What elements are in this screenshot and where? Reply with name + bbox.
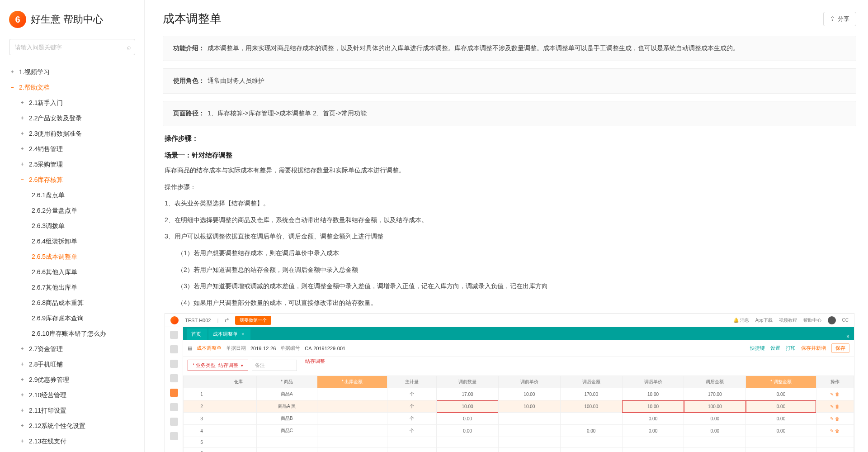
nav-item[interactable]: 2.14常见问题: [19, 449, 135, 452]
page-header: 成本调整单 ⇪ 分享: [163, 11, 856, 27]
nav-item[interactable]: 2.9优惠券管理: [19, 372, 135, 387]
nav-item[interactable]: 2.3使用前数据准备: [19, 126, 135, 141]
nav-leaf[interactable]: 2.6.3调拨单: [32, 218, 135, 233]
nav-item[interactable]: 2.7资金管理: [19, 341, 135, 357]
plus-icon: [19, 346, 25, 352]
nav-item[interactable]: 2.1新手入门: [19, 95, 135, 110]
rail-icon[interactable]: [170, 374, 178, 382]
path-label: 页面路径：: [173, 109, 205, 117]
rail-icon[interactable]: [170, 418, 178, 426]
rail-icon[interactable]: [170, 360, 178, 368]
mock-link-msg[interactable]: 🔔 消息: [733, 317, 749, 324]
nav-label: 2.5采购管理: [29, 157, 63, 172]
mock-logo-icon: [170, 316, 179, 324]
nav-item[interactable]: 2.4销售管理: [19, 141, 135, 157]
nav-leaf[interactable]: 2.6.4组装拆卸单: [32, 233, 135, 249]
mock-col-header: * 出库金额: [317, 376, 387, 388]
rail-icon[interactable]: [170, 331, 178, 339]
nav-label: 2.8手机旺铺: [29, 357, 63, 372]
table-row[interactable]: 2商品A 黑个10.0010.00100.0010.00100.000.00✎ …: [184, 400, 854, 413]
nav-item[interactable]: 2.5采购管理: [19, 157, 135, 172]
nav-label: 2.6库存核算: [29, 172, 63, 187]
embedded-screenshot: TEST-H002 | ⇄ 我要做第一个 🔔 消息 App下载 视频教程 帮助中…: [165, 313, 854, 452]
nav-leaf[interactable]: 2.6.6其他入库单: [32, 264, 135, 280]
nav-leaf[interactable]: 2.6.8商品成本重算: [32, 295, 135, 310]
mock-col-header: 主计量: [387, 376, 437, 388]
nav-leaf[interactable]: 2.6.1盘点单: [32, 187, 135, 203]
mock-save-button[interactable]: 保存: [831, 343, 849, 353]
mock-tab-home[interactable]: 首页: [187, 328, 208, 340]
search-icon[interactable]: ⌕: [127, 43, 131, 51]
step-1: 1、表头业务类型选择【结存调整】。: [165, 197, 854, 209]
mock-link[interactable]: 打印: [786, 345, 796, 352]
mock-link-app[interactable]: App下载: [755, 317, 773, 324]
main: 成本调整单 ⇪ 分享 功能介绍：成本调整单，用来实现对商品结存成本的调整，以及针…: [145, 0, 868, 452]
mock-link[interactable]: 快捷键: [750, 345, 765, 352]
mock-col-header: 调后金额: [684, 376, 746, 388]
brand-title: 好生意 帮助中心: [31, 13, 103, 26]
nav-label: 2.帮助文档: [19, 80, 50, 95]
mock-tab-current[interactable]: 成本调整单×: [208, 328, 250, 340]
share-icon: ⇪: [830, 15, 835, 22]
collapse-icon[interactable]: ▤: [188, 345, 192, 351]
mock-link-help[interactable]: 帮助中心: [803, 317, 821, 324]
mock-link-video[interactable]: 视频教程: [779, 317, 797, 324]
mock-link[interactable]: 设置: [770, 345, 780, 352]
plus-icon: [19, 161, 25, 167]
nav-item[interactable]: 2.8手机旺铺: [19, 357, 135, 372]
mock-pill[interactable]: 我要做第一个: [235, 316, 271, 325]
table-row[interactable]: 3商品B个0.000.000.000.00✎ 🗑: [184, 413, 854, 425]
steps-label: 操作步骤：: [165, 181, 854, 193]
nav-leaf[interactable]: 2.6.5成本调整单: [32, 249, 135, 264]
nav-item-video[interactable]: 1.视频学习: [9, 64, 135, 80]
nav-label: 2.4销售管理: [29, 141, 63, 157]
nav-item[interactable]: 2.12系统个性化设置: [19, 418, 135, 433]
share-button[interactable]: ⇪ 分享: [823, 12, 856, 26]
nav-item[interactable]: 2.13在线支付: [19, 433, 135, 449]
nav-label: 2.13在线支付: [29, 433, 66, 449]
mock-col-header: 调前单价: [498, 376, 560, 388]
mock-code: CA-20191229-001: [305, 346, 345, 351]
mock-remark-input[interactable]: 备注: [252, 360, 297, 371]
scene-desc: 库存商品的结存成本与实际成本有差异，需要根据结存数量和实际单位成本进行调整。: [165, 164, 854, 176]
table-row[interactable]: 4商品C个0.000.000.000.000.00✎ 🗑: [184, 425, 854, 437]
nav-item[interactable]: 2.2产品安装及登录: [19, 110, 135, 126]
plus-icon: [19, 407, 25, 414]
nav-label: 2.9优惠券管理: [29, 372, 69, 387]
minus-icon: [19, 176, 25, 183]
mock-crumb: 成本调整单: [197, 345, 222, 352]
table-row[interactable]: 6: [184, 448, 854, 452]
rail-icon[interactable]: [170, 403, 178, 411]
role-text: 通常由财务人员维护: [208, 77, 264, 84]
role-label: 使用角色：: [173, 77, 205, 84]
step-3d: （4）如果用户只调整部分数量的成本，可以直接修改带出的结存数量。: [165, 297, 854, 309]
nav-label: 2.12系统个性化设置: [29, 418, 85, 433]
close-icon[interactable]: ×: [241, 332, 244, 337]
mock-biztype-select[interactable]: * 业务类型 结存调整 ▾: [188, 360, 248, 371]
nav-label: 2.1新手入门: [29, 95, 63, 110]
close-all-icon[interactable]: ×: [842, 333, 854, 340]
nav-leaf[interactable]: 2.6.7其他出库单: [32, 280, 135, 295]
step-3: 3、用户可以根据调整依据直接在调后单价、调后金额、调整金额列上进行调整: [165, 230, 854, 243]
mock-tabs: 首页 成本调整单× ×: [183, 327, 854, 340]
table-row[interactable]: 1商品A个17.0010.00170.0010.00170.000.00✎ 🗑: [184, 388, 854, 400]
nav-leaf[interactable]: 2.6.10库存账本错了怎么办: [32, 326, 135, 341]
mock-org: TEST-H002: [185, 318, 211, 323]
nav-leaf[interactable]: 2.6.9库存账本查询: [32, 310, 135, 326]
nav-item[interactable]: 2.11打印设置: [19, 403, 135, 418]
mock-table: 仓库* 商品* 出库金额主计量调前数量调前单价调后金额调后单价调后金额* 调整金…: [183, 376, 854, 452]
rail-icon-active[interactable]: [170, 389, 178, 397]
search-input[interactable]: [9, 39, 135, 55]
avatar-icon[interactable]: [828, 316, 836, 324]
nav-item[interactable]: 2.10经营管理: [19, 387, 135, 403]
nav-leaf[interactable]: 2.6.2分量盘点单: [32, 203, 135, 218]
scene-heading: 场景一：针对结存调整: [165, 151, 854, 160]
nav-item[interactable]: 2.6库存核算: [19, 172, 135, 187]
mock-col-header: 调前数量: [437, 376, 499, 388]
step-3b: （2）若用户知道调整总的结存金额，则在调后金额中录入总金额: [165, 264, 854, 276]
table-row[interactable]: 5: [184, 437, 854, 448]
rail-icon[interactable]: [170, 432, 178, 440]
nav-item-help-docs[interactable]: 2.帮助文档: [9, 80, 135, 95]
mock-link[interactable]: 保存并新增: [801, 345, 826, 352]
rail-icon[interactable]: [170, 345, 178, 353]
